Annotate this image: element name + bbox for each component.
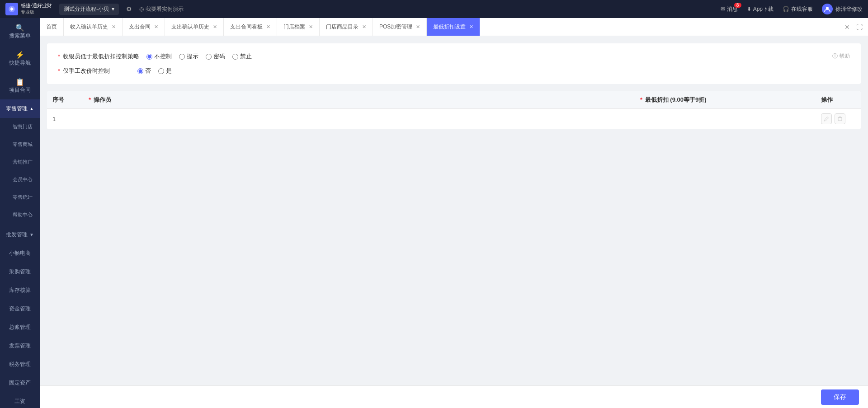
col-header-discount: * 最低折扣 (9.00等于9折) <box>635 91 816 109</box>
tab-income-confirm-close[interactable]: ✕ <box>112 24 116 30</box>
tab-store-products-close[interactable]: ✕ <box>362 24 366 30</box>
sidebar-label-ecommerce: 小畅电商 <box>2 249 38 257</box>
tab-store-products[interactable]: 门店商品目录 ✕ <box>320 18 373 36</box>
sidebar-item-inventory[interactable]: 库存核算 <box>0 281 40 300</box>
sidebar-label-assets: 固定资产 <box>2 379 38 387</box>
chevron-down-icon: ▾ <box>112 6 114 12</box>
sidebar-item-retail[interactable]: 零售管理 ▲ <box>0 99 40 118</box>
radio-forbid-label: 禁止 <box>240 52 252 61</box>
tab-store-file-close[interactable]: ✕ <box>309 24 313 30</box>
messages-button[interactable]: ✉ 消息 8 <box>721 5 738 13</box>
demo-link[interactable]: ◎ 我要看实例演示 <box>139 5 184 13</box>
radio-manual-no-input[interactable] <box>137 68 143 74</box>
radio-password[interactable]: 密码 <box>206 52 225 61</box>
tab-home[interactable]: 首页 <box>40 18 64 36</box>
tab-payment-board-close[interactable]: ✕ <box>266 24 270 30</box>
sidebar-label-tax: 税务管理 <box>2 361 38 368</box>
page-content: * 收银员低于最低折扣控制策略 不控制 提示 <box>40 36 868 385</box>
tab-pos-password-close[interactable]: ✕ <box>416 24 420 30</box>
manual-control-required-mark: * <box>58 67 60 74</box>
customer-service-label: 在线客服 <box>791 5 813 13</box>
sidebar-item-smart-store[interactable]: 智慧门店 <box>0 118 40 136</box>
tab-store-file-label: 门店档案 <box>283 23 305 31</box>
sidebar-item-assets[interactable]: 固定资产 <box>0 374 40 392</box>
edit-row-button[interactable] <box>821 113 832 124</box>
radio-manual-no[interactable]: 否 <box>137 67 151 75</box>
tab-income-confirm[interactable]: 收入确认单历史 ✕ <box>64 18 123 36</box>
col-header-operator: * 操作员 <box>83 91 635 109</box>
message-icon: ✉ <box>721 6 725 12</box>
radio-forbid-input[interactable] <box>232 54 238 60</box>
manual-control-label: * 仅手工改价时控制 <box>58 67 130 75</box>
col-header-seq: 序号 <box>47 91 83 109</box>
sidebar-label-purchase: 采购管理 <box>2 268 38 276</box>
tab-payment-board[interactable]: 支出合同看板 ✕ <box>224 18 277 36</box>
tab-payment-contract-close[interactable]: ✕ <box>154 24 158 30</box>
sidebar-item-invoice[interactable]: 发票管理 <box>0 337 40 355</box>
radio-manual-yes[interactable]: 是 <box>158 67 172 75</box>
discount-table-container: 序号 * 操作员 * 最低折扣 (9.00等于9折) 操作 <box>47 91 861 129</box>
sidebar-item-marketing[interactable]: 营销推广 <box>0 153 40 171</box>
sidebar-item-tax[interactable]: 税务管理 <box>0 355 40 374</box>
radio-forbid[interactable]: 禁止 <box>232 52 252 61</box>
help-link[interactable]: ⓘ 帮助 <box>832 52 850 60</box>
tab-close-button[interactable]: ✕ <box>843 23 852 32</box>
operator-required-mark: * <box>89 96 91 103</box>
discount-policy-required-mark: * <box>58 53 60 60</box>
tab-payment-confirm[interactable]: 支出确认单历史 ✕ <box>165 18 224 36</box>
logo-area: 畅捷·通好业财 专业版 <box>5 3 52 15</box>
sidebar-item-wholesale[interactable]: 批发管理 ▼ <box>0 225 40 244</box>
radio-password-input[interactable] <box>206 54 212 60</box>
radio-prompt-input[interactable] <box>179 54 185 60</box>
tab-min-discount[interactable]: 最低折扣设置 ✕ <box>427 18 480 36</box>
project-selector[interactable]: 测试分开流程-小贝 ▾ <box>59 4 119 15</box>
action-icons <box>821 113 855 124</box>
user-info[interactable]: 徐泽华修改 <box>822 4 863 14</box>
sidebar-item-shortcuts[interactable]: ⚡ 快捷导航 <box>0 45 40 72</box>
sidebar-label-retail: 零售管理 <box>6 105 28 113</box>
discount-required-mark: * <box>640 96 642 103</box>
sidebar-item-help[interactable]: 帮助中心 <box>0 206 40 224</box>
manual-control-options: 否 是 <box>137 67 172 75</box>
sidebar-label-retail-stats: 零售统计 <box>7 194 38 201</box>
radio-no-control-input[interactable] <box>146 54 152 60</box>
sidebar-item-search[interactable]: 🔍 搜索菜单 <box>0 18 40 45</box>
tab-min-discount-close[interactable]: ✕ <box>469 24 473 30</box>
sidebar-label-inventory: 库存核算 <box>2 286 38 294</box>
sidebar: 🔍 搜索菜单 ⚡ 快捷导航 📋 项目合同 零售管理 ▲ 智慧门店 零售商城 营销… <box>0 18 40 408</box>
main-layout: 🔍 搜索菜单 ⚡ 快捷导航 📋 项目合同 零售管理 ▲ 智慧门店 零售商城 营销… <box>0 18 868 408</box>
logo-text: 畅捷·通好业财 <box>21 3 52 9</box>
sidebar-item-ledger[interactable]: 总账管理 <box>0 318 40 337</box>
tab-actions: ✕ ⛶ <box>839 23 868 32</box>
radio-prompt[interactable]: 提示 <box>179 52 198 61</box>
customer-service-button[interactable]: 🎧 在线客服 <box>783 5 813 13</box>
tab-maximize-button[interactable]: ⛶ <box>854 23 864 32</box>
download-icon: ⬇ <box>747 6 751 12</box>
sidebar-item-online-store[interactable]: 零售商城 <box>0 136 40 153</box>
tab-store-file[interactable]: 门店档案 ✕ <box>277 18 320 36</box>
settings-icon[interactable]: ⚙ <box>126 5 132 13</box>
sidebar-item-funds[interactable]: 资金管理 <box>0 300 40 318</box>
sidebar-item-ecommerce[interactable]: 小畅电商 <box>0 244 40 263</box>
arrow-up-icon: ▲ <box>29 106 34 111</box>
sidebar-item-members[interactable]: 会员中心 <box>0 171 40 188</box>
top-right-area: ✉ 消息 8 ⬇ App下载 🎧 在线客服 徐泽华修改 <box>721 4 863 14</box>
app-download-label: App下载 <box>753 5 774 13</box>
tab-payment-contract[interactable]: 支出合同 ✕ <box>123 18 165 36</box>
sidebar-item-purchase[interactable]: 采购管理 <box>0 263 40 281</box>
radio-no-control[interactable]: 不控制 <box>146 52 172 61</box>
app-download-button[interactable]: ⬇ App下载 <box>747 5 774 13</box>
radio-manual-yes-input[interactable] <box>158 68 164 74</box>
sidebar-label-ledger: 总账管理 <box>2 324 38 331</box>
svg-point-1 <box>826 7 829 9</box>
sidebar-item-retail-stats[interactable]: 零售统计 <box>0 188 40 206</box>
delete-row-button[interactable] <box>835 113 845 124</box>
tab-pos-password[interactable]: POS加密管理 ✕ <box>373 18 427 36</box>
demo-link-label: 我要看实例演示 <box>146 5 184 13</box>
bottom-bar: 保存 <box>40 385 868 408</box>
save-button[interactable]: 保存 <box>821 389 859 405</box>
tab-payment-confirm-close[interactable]: ✕ <box>213 24 217 30</box>
sidebar-item-contracts[interactable]: 📋 项目合同 <box>0 72 40 99</box>
col-header-action: 操作 <box>816 91 861 109</box>
sidebar-item-salary[interactable]: 工资 <box>0 392 40 408</box>
